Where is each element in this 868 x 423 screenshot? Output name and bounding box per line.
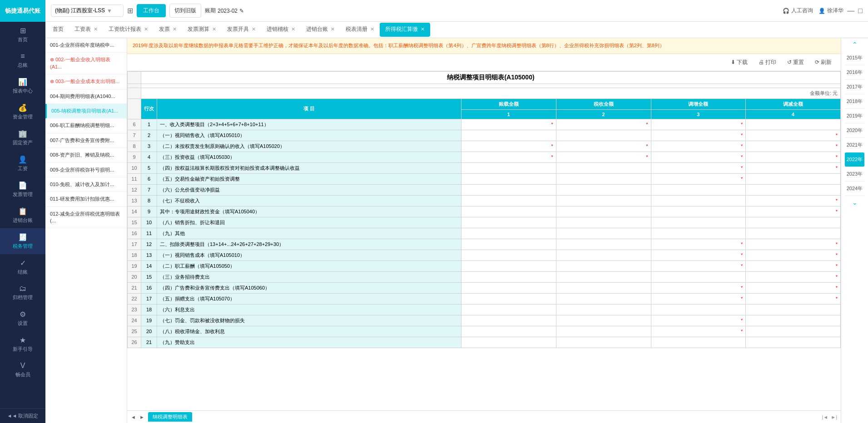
reset-button[interactable]: ↺ 重置 (784, 57, 808, 68)
sidebar-item-guide[interactable]: ★新手引导 (0, 331, 45, 357)
print-button[interactable]: 🖨 打印 (755, 57, 780, 68)
panel-item-007[interactable]: 007-广告费和业务宣传费附... (45, 133, 127, 148)
general-icon: ≡ (20, 52, 25, 60)
sidebar-item-fixed[interactable]: 🏢固定资产 (0, 125, 45, 151)
table-row: 61一、收入类调整项目（2+3+4+5+6+7+8+10+11）*** (128, 119, 841, 130)
table-row: 138（七）不征税收入* (128, 195, 841, 206)
download-button[interactable]: ⬇ 下载 (727, 57, 751, 68)
panel-item-002[interactable]: ⊗002-一般企业收入明细表(A1... (45, 53, 127, 74)
print-icon: 🖨 (759, 59, 764, 65)
sidebar-item-report[interactable]: 📊报表中心 (0, 73, 45, 99)
sidebar-item-settings[interactable]: ⚙设置 (0, 305, 45, 331)
year-scroll-down[interactable]: ⌄ (849, 196, 860, 209)
sidebar-item-home[interactable]: ⊞首页 (0, 22, 45, 48)
unpin-button[interactable]: ◄◄ 取消固定 (0, 408, 45, 423)
year-item-2020年[interactable]: 2020年 (845, 123, 864, 138)
company-selector[interactable]: (物副) 江西股室-LSS ▼ (51, 5, 124, 17)
sidebar-item-tax[interactable]: 🧾税务管理 (0, 228, 45, 254)
tab-close-payroll[interactable]: ✕ (94, 26, 98, 32)
tab-invoice[interactable]: 发票✕ (154, 23, 182, 37)
table-row: 2621（九）赞助支出 (128, 337, 841, 348)
workspace-button[interactable]: 工作台 (137, 4, 166, 17)
spreadsheet-container[interactable]: 纳税调整项目明细表(A105000)金额单位: 元行次项 目账载全额税收全额调增… (127, 71, 841, 410)
service-link[interactable]: 🎧 人工咨询 (783, 7, 813, 15)
sheet-tab[interactable]: 纳税调整明细表 (148, 412, 192, 422)
year-item-2015年[interactable]: 2015年 (845, 51, 864, 65)
sidebar-item-label: 设置 (18, 320, 28, 327)
main-area: (物副) 江西股室-LSS ▼ ⊞ 工作台 切到旧版 账期 2023-02 ✎ … (45, 0, 868, 423)
sidebar-item-general[interactable]: ≡总账 (0, 48, 45, 73)
panel-item-005[interactable]: 005-纳税调整项目明细表(A1... (45, 104, 127, 118)
period-edit-icon[interactable]: ✎ (239, 8, 244, 14)
prev-sheet-icon[interactable]: ◄ (131, 414, 136, 420)
year-item-2024年[interactable]: 2024年 (845, 182, 864, 196)
table-row: 1813（一）视同销售成本（填写A105010）** (128, 250, 841, 261)
sidebar-item-label: 新手引导 (13, 346, 33, 353)
tab-close-in-account[interactable]: ✕ (331, 26, 335, 32)
minimize-icon[interactable]: — (847, 7, 854, 15)
year-item-2019年[interactable]: 2019年 (845, 109, 864, 123)
table-row: 1611（九）其他 (128, 228, 841, 239)
tab-payroll-stat[interactable]: 工资统计报表✕ (103, 23, 154, 37)
tab-close-income-tax[interactable]: ✕ (421, 26, 425, 32)
guide-icon: ★ (20, 336, 26, 344)
sidebar-item-invoice-mgr[interactable]: 📄发票管理 (0, 177, 45, 202)
panel-item-011[interactable]: 011-研发费用加计扣除优惠... (45, 192, 127, 207)
sidebar-item-payroll[interactable]: 👤工资 (0, 151, 45, 177)
panel-item-012[interactable]: 012-减免企业所得税优惠明细表(... (45, 207, 127, 229)
year-item-2023年[interactable]: 2023年 (845, 167, 864, 182)
company-settings-icon[interactable]: ⊞ (127, 6, 133, 15)
panel-item-008[interactable]: 008-资产折旧、摊销及纳税... (45, 148, 127, 162)
scroll-right-icon[interactable]: ►| (831, 414, 837, 420)
next-sheet-icon[interactable]: ► (139, 414, 144, 420)
col-header-col2: 税收全额 (556, 98, 651, 109)
tab-invoice-open[interactable]: 发票开具✕ (222, 23, 261, 37)
sidebar-item-label: 首页 (18, 36, 28, 43)
sidebar-item-close[interactable]: ✓结账 (0, 254, 45, 280)
tab-close-invoice[interactable]: ✕ (173, 26, 177, 32)
panel-item-004[interactable]: 004-期间费用明细表(A1040... (45, 89, 127, 104)
year-item-2022年[interactable]: 2022年 (845, 152, 864, 167)
panel-item-010[interactable]: 010-免税、减计收入及加计... (45, 177, 127, 192)
asterisk: * (646, 143, 648, 149)
tab-close-invoice-calc[interactable]: ✕ (212, 26, 216, 32)
year-item-2021年[interactable]: 2021年 (845, 138, 864, 152)
tab-payroll[interactable]: 工资表✕ (69, 23, 103, 37)
sidebar-item-asset[interactable]: 💰资金管理 (0, 99, 45, 125)
scroll-left-icon[interactable]: |◄ (822, 414, 828, 420)
tab-income-tax[interactable]: 所得税汇算缴✕ (380, 23, 430, 37)
table-row: 2520（八）税收滞纳金、加收利息* (128, 326, 841, 337)
left-panel: 001-企业所得税年度纳税申...⊗002-一般企业收入明细表(A1...⊗00… (45, 38, 127, 423)
year-item-2016年[interactable]: 2016年 (845, 65, 864, 80)
refresh-button[interactable]: ⟳ 刷新 (811, 57, 835, 68)
asterisk: * (836, 285, 838, 290)
sheet-toolbar: ⬇ 下载 🖨 打印 ↺ 重置 ⟳ 刷新 (127, 54, 841, 71)
company-dropdown-arrow: ▼ (107, 8, 112, 14)
maximize-icon[interactable]: □ (858, 7, 863, 15)
tab-tax-clear[interactable]: 税表清册✕ (340, 23, 380, 37)
tab-in-account[interactable]: 进销台账✕ (301, 23, 340, 37)
panel-item-003[interactable]: ⊗003-一般企业成本支出明细... (45, 74, 127, 89)
sidebar-item-archive[interactable]: 🗂归档管理 (0, 280, 45, 305)
sidebar-item-in-account-mgr[interactable]: 📋进销台账 (0, 202, 45, 228)
user-menu[interactable]: 👤 徐泽华 (818, 7, 843, 15)
panel-item-006[interactable]: 006-职工薪酬纳税调整明细... (45, 118, 127, 133)
panel-item-009[interactable]: 009-企业所得税弥补亏损明... (45, 163, 127, 177)
tab-close-in-invoice-check[interactable]: ✕ (291, 26, 295, 32)
year-item-2017年[interactable]: 2017年 (845, 80, 864, 94)
asterisk: * (646, 122, 648, 127)
member-icon: V (20, 362, 25, 370)
in-account-mgr-icon: 📋 (18, 207, 27, 216)
tab-close-payroll-stat[interactable]: ✕ (144, 26, 148, 32)
year-item-2018年[interactable]: 2018年 (845, 94, 864, 109)
tab-invoice-calc[interactable]: 发票测算✕ (182, 23, 222, 37)
tab-close-invoice-open[interactable]: ✕ (252, 26, 256, 32)
topbar: (物副) 江西股室-LSS ▼ ⊞ 工作台 切到旧版 账期 2023-02 ✎ … (45, 0, 868, 22)
sidebar-item-member[interactable]: V畅会员 (0, 357, 45, 383)
year-scroll-up[interactable]: ⌃ (849, 38, 860, 51)
panel-item-001[interactable]: 001-企业所得税年度纳税申... (45, 38, 127, 53)
tab-in-invoice-check[interactable]: 进销稽核✕ (261, 23, 301, 37)
tab-close-tax-clear[interactable]: ✕ (370, 26, 374, 32)
tab-home[interactable]: 首页 (47, 23, 69, 37)
old-version-button[interactable]: 切到旧版 (169, 4, 201, 18)
